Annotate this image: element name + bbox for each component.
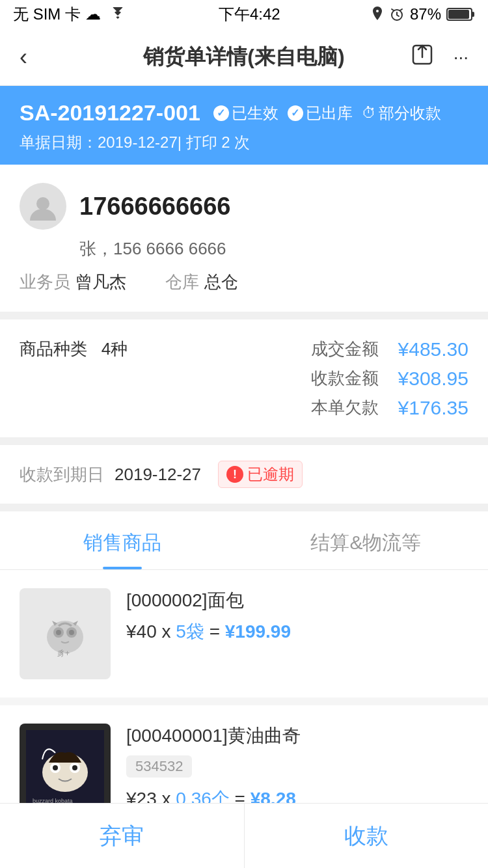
- product-1-qty: 5袋: [176, 621, 204, 642]
- due-label: 收款到期日: [20, 463, 104, 486]
- customer-section: 17666666666 张，156 6666 6666 业务员 曾凡杰 仓库 总…: [0, 165, 488, 319]
- amount-value: ¥485.30: [398, 338, 468, 360]
- back-button[interactable]: ‹: [20, 37, 40, 77]
- bottom-bar: 弃审 收款: [0, 803, 488, 868]
- svg-point-9: [56, 630, 61, 635]
- category-label: 商品种类: [20, 339, 87, 359]
- product-2-image: buzzard kobata: [20, 724, 111, 815]
- svg-rect-2: [472, 12, 474, 17]
- customer-name: 张，156 6666 6666: [79, 237, 468, 260]
- status-partial: 部分收款: [379, 103, 441, 124]
- status-bar: 无 SIM 卡 ☁ 下午4:42 87%: [0, 0, 488, 29]
- due-date-value: 2019-12-27: [115, 465, 201, 485]
- owed-value: ¥176.35: [398, 397, 468, 419]
- order-date: 2019-12-27: [98, 133, 178, 151]
- header-date: 单据日期：2019-12-27| 打印 2 次: [20, 132, 468, 153]
- product-2-name: [000400001]黄油曲奇: [126, 724, 468, 748]
- status-tag-effective: ✓ 已生效: [213, 103, 278, 124]
- product-1-total: ¥199.99: [225, 621, 291, 642]
- product-2-info: [000400001]黄油曲奇 534532 ¥23 x 0.36个 = ¥8.…: [126, 724, 468, 811]
- received-label: 收款金额: [311, 367, 379, 390]
- battery-icon: [446, 7, 475, 21]
- warehouse-label: 仓库: [165, 271, 199, 293]
- no-sim-text: 无 SIM 卡 ☁: [13, 4, 101, 25]
- overdue-badge: ! 已逾期: [218, 461, 303, 488]
- product-1-base-price: ¥40: [126, 621, 157, 642]
- tab-settlement-label: 结算&物流等: [310, 532, 421, 553]
- tab-sales-products[interactable]: 销售商品: [0, 511, 244, 569]
- status-time: 下午4:42: [219, 4, 280, 25]
- tab-sales-products-label: 销售商品: [83, 532, 161, 553]
- status-tags: ✓ 已生效 ✓ 已出库 ⏱ 部分收款: [213, 103, 441, 124]
- share-icon[interactable]: [411, 43, 434, 71]
- product-1-image: 豸+: [20, 588, 111, 679]
- product-2-sku: 534532: [126, 755, 192, 778]
- status-effective: 已生效: [232, 103, 278, 124]
- salesperson-label: 业务员: [20, 271, 70, 293]
- svg-point-5: [36, 197, 49, 210]
- tabs-section: 销售商品 结算&物流等: [0, 511, 488, 570]
- customer-meta: 业务员 曾凡杰 仓库 总仓: [20, 271, 468, 293]
- received-value: ¥308.95: [398, 368, 468, 390]
- status-tag-partial: ⏱ 部分收款: [362, 103, 441, 124]
- order-id: SA-20191227-001: [20, 100, 200, 126]
- confirm-button[interactable]: 收款: [244, 804, 489, 868]
- product-1-price: ¥40 x 5袋 = ¥199.99: [126, 619, 468, 644]
- salesperson-value: 曾凡杰: [75, 271, 126, 293]
- category-value: 4种: [102, 339, 128, 359]
- amount-row: 成交金额 ¥485.30: [311, 338, 468, 360]
- product-1-info: [0000002]面包 ¥40 x 5袋 = ¥199.99: [126, 588, 468, 644]
- status-tag-shipped: ✓ 已出库: [288, 103, 353, 124]
- location-icon: [371, 7, 384, 22]
- svg-rect-3: [448, 10, 469, 19]
- cancel-button[interactable]: 弃审: [0, 804, 244, 868]
- due-section: 收款到期日 2019-12-27 ! 已逾期: [0, 445, 488, 511]
- overdue-text: 已逾期: [247, 464, 294, 485]
- check-icon-2: ✓: [288, 105, 303, 121]
- amount-info: 成交金额 ¥485.30 收款金额 ¥308.95 本单欠款 ¥176.35: [311, 338, 468, 419]
- alarm-icon: [389, 7, 405, 22]
- status-right: 87%: [371, 5, 475, 23]
- svg-point-10: [69, 630, 74, 635]
- svg-point-16: [53, 765, 58, 770]
- product-1-name: [0000002]面包: [126, 588, 468, 613]
- received-row: 收款金额 ¥308.95: [311, 367, 468, 390]
- owed-row: 本单欠款 ¥176.35: [311, 396, 468, 419]
- page-title: 销货单详情(来自电脑): [143, 43, 344, 72]
- product-list: 豸+ [0000002]面包 ¥40 x 5袋 = ¥199.99: [0, 570, 488, 833]
- tab-settlement[interactable]: 结算&物流等: [244, 511, 488, 569]
- battery-text: 87%: [410, 5, 441, 23]
- wifi-icon: [107, 7, 128, 21]
- owed-label: 本单欠款: [311, 396, 379, 419]
- date-label: 单据日期：: [20, 133, 98, 151]
- clock-icon: ⏱: [362, 105, 376, 122]
- customer-avatar: [20, 183, 66, 230]
- status-shipped: 已出库: [306, 103, 353, 124]
- header-banner: SA-20191227-001 ✓ 已生效 ✓ 已出库 ⏱ 部分收款 单据日期：…: [0, 86, 488, 165]
- warehouse-value: 总仓: [204, 271, 238, 293]
- print-info: | 打印 2 次: [178, 133, 251, 151]
- more-icon[interactable]: ···: [454, 47, 468, 68]
- cancel-label: 弃审: [100, 821, 144, 851]
- check-icon-1: ✓: [213, 105, 229, 121]
- product-item: 豸+ [0000002]面包 ¥40 x 5袋 = ¥199.99: [0, 570, 488, 698]
- amount-label: 成交金额: [311, 338, 379, 360]
- confirm-label: 收款: [344, 821, 388, 851]
- svg-text:豸+: 豸+: [57, 649, 70, 658]
- svg-point-17: [72, 765, 77, 770]
- customer-phone: 17666666666: [79, 193, 230, 221]
- stats-section: 商品种类 4种 成交金额 ¥485.30 收款金额 ¥308.95 本单欠款 ¥…: [0, 319, 488, 445]
- customer-row: 17666666666: [20, 183, 468, 230]
- category-info: 商品种类 4种: [20, 338, 128, 360]
- status-left: 无 SIM 卡 ☁: [13, 4, 128, 25]
- overdue-icon: !: [226, 466, 243, 483]
- nav-bar: ‹ 销货单详情(来自电脑) ···: [0, 29, 488, 86]
- nav-actions: ···: [411, 43, 468, 71]
